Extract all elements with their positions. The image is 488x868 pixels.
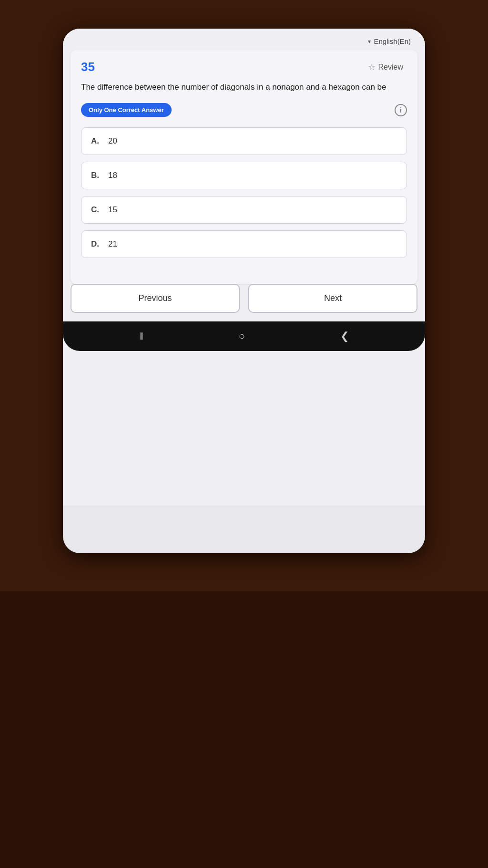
option-a-value: 20 <box>108 136 117 146</box>
top-bar: ▾ English(En) <box>63 29 425 50</box>
option-b-label: B. <box>91 171 102 180</box>
option-a-label: A. <box>91 136 102 146</box>
review-button[interactable]: ☆ Review <box>364 60 407 74</box>
option-d-label: D. <box>91 239 102 249</box>
home-button[interactable]: ○ <box>231 328 253 344</box>
badge-row: Only One Correct Answer i <box>81 103 407 117</box>
nav-row: Previous Next <box>71 284 417 313</box>
option-d-value: 21 <box>108 239 117 249</box>
recents-icon: ⦀ <box>139 330 143 342</box>
back-button[interactable]: ❮ <box>333 328 356 344</box>
question-header: 35 ☆ Review <box>81 60 407 74</box>
option-b-value: 18 <box>108 171 117 180</box>
option-d[interactable]: D. 21 <box>81 230 407 258</box>
previous-button[interactable]: Previous <box>71 284 240 313</box>
option-a[interactable]: A. 20 <box>81 127 407 155</box>
home-icon: ○ <box>239 330 245 342</box>
next-button[interactable]: Next <box>248 284 417 313</box>
back-icon: ❮ <box>340 330 349 342</box>
options-list: A. 20 B. 18 C. 15 D. 21 <box>81 127 407 258</box>
language-label: English(En) <box>374 37 411 45</box>
option-c[interactable]: C. 15 <box>81 196 407 224</box>
star-icon: ☆ <box>368 62 376 72</box>
option-c-label: C. <box>91 205 102 215</box>
phone-frame: ▾ English(En) 35 ☆ Review The difference… <box>63 29 425 553</box>
chevron-down-icon: ▾ <box>368 38 371 45</box>
question-number: 35 <box>81 60 95 74</box>
screen: ▾ English(En) 35 ☆ Review The difference… <box>63 29 425 506</box>
question-text: The difference between the number of dia… <box>81 81 407 93</box>
recents-button[interactable]: ⦀ <box>132 328 151 344</box>
info-icon[interactable]: i <box>395 104 407 116</box>
only-one-badge: Only One Correct Answer <box>81 103 172 117</box>
review-label: Review <box>378 63 403 72</box>
question-card: 35 ☆ Review The difference between the n… <box>71 50 417 284</box>
option-b[interactable]: B. 18 <box>81 162 407 189</box>
android-nav-bar: ⦀ ○ ❮ <box>63 321 425 351</box>
option-c-value: 15 <box>108 205 117 215</box>
language-selector[interactable]: ▾ English(En) <box>368 37 411 45</box>
